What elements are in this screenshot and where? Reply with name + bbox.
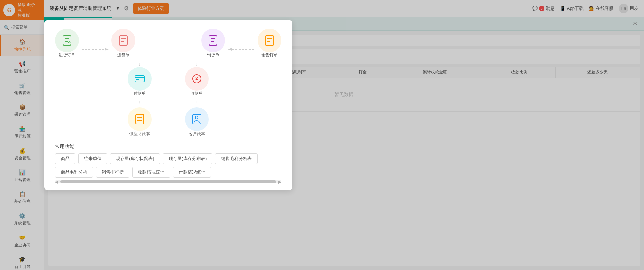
common-functions-buttons: 商品 往来单位 现存量(库存状况表) 现存量(库存分布表) 销售毛利分析表 商品… bbox=[55, 153, 281, 178]
customer-ledger-icon bbox=[185, 107, 209, 131]
svg-rect-22 bbox=[136, 79, 139, 80]
flow-node-customer-ledger: 客户账本 bbox=[185, 107, 209, 137]
flow-diagram: 进货订单 进货单 销货单 bbox=[55, 29, 281, 137]
common-functions-section: 常用功能 商品 往来单位 现存量(库存状况表) 现存量(库存分布表) 销售毛利分… bbox=[55, 144, 281, 178]
down-arrow-receipt: ↓ bbox=[196, 61, 198, 66]
supplier-ledger-icon bbox=[128, 107, 152, 131]
payment-icon bbox=[128, 67, 152, 91]
common-btn-sales-rank[interactable]: 销售排行榜 bbox=[96, 167, 129, 178]
flow-node-sales-bill: 销货单 bbox=[201, 29, 225, 58]
down-arrow-customer: ↓ bbox=[196, 99, 198, 104]
svg-marker-15 bbox=[228, 48, 232, 51]
common-btn-counterparty[interactable]: 往来单位 bbox=[78, 153, 107, 164]
scroll-thumb[interactable] bbox=[60, 180, 276, 183]
common-btn-payment-stats[interactable]: 付款情况统计 bbox=[173, 167, 211, 178]
common-btn-gross-analysis[interactable]: 销售毛利分析表 bbox=[215, 153, 258, 164]
svg-point-30 bbox=[195, 116, 198, 119]
sales-order-icon bbox=[258, 29, 281, 52]
purchase-bill-icon bbox=[111, 29, 135, 52]
flow-node-purchase-order: 进货订单 bbox=[55, 29, 79, 58]
flow-node-sales-order: 销售订单 bbox=[258, 29, 281, 58]
svg-text:¥: ¥ bbox=[195, 76, 198, 82]
scroll-right-arrow[interactable]: ▶ bbox=[278, 180, 281, 184]
receipt-icon: ¥ bbox=[185, 67, 209, 91]
common-btn-stock-dist[interactable]: 现存量(库存分布表) bbox=[163, 153, 213, 164]
common-btn-stock-status[interactable]: 现存量(库存状况表) bbox=[110, 153, 160, 164]
scroll-left-arrow[interactable]: ◀ bbox=[55, 180, 58, 184]
svg-marker-5 bbox=[105, 48, 109, 51]
common-btn-receipt-stats[interactable]: 收款情况统计 bbox=[132, 167, 170, 178]
down-arrow-payment: ↓ bbox=[138, 61, 141, 66]
common-functions-title: 常用功能 bbox=[55, 144, 281, 150]
sales-bill-icon bbox=[201, 29, 225, 52]
down-arrow-supplier: ↓ bbox=[138, 99, 141, 104]
common-btn-goods-gross[interactable]: 商品毛利分析 bbox=[55, 167, 93, 178]
flow-node-payment: 付款单 bbox=[128, 67, 152, 96]
flow-node-receipt: ¥ 收款单 bbox=[185, 67, 209, 96]
scroll-track: ◀ ▶ bbox=[55, 180, 281, 183]
flow-modal: 进货订单 进货单 销货单 bbox=[44, 20, 292, 190]
common-btn-goods[interactable]: 商品 bbox=[55, 153, 75, 164]
flow-node-supplier-ledger: 供应商账本 bbox=[128, 107, 152, 137]
purchase-order-icon bbox=[55, 29, 79, 52]
flow-node-purchase-bill: 进货单 bbox=[111, 29, 135, 58]
svg-rect-20 bbox=[135, 76, 144, 82]
